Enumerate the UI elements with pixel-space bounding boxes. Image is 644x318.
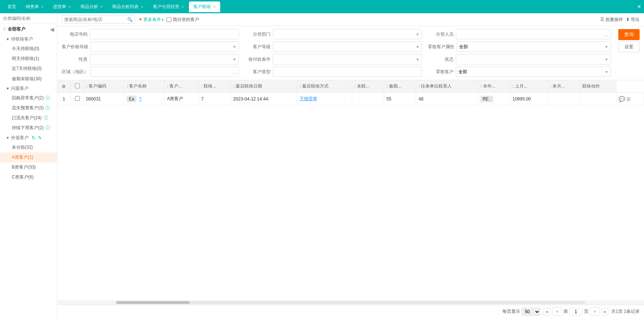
row-check[interactable] — [71, 93, 84, 105]
tab-purchase[interactable]: 进货单 × — [49, 1, 75, 12]
region-input[interactable]: … — [90, 67, 239, 77]
group-value-customer[interactable]: ▼ 价值客户 ↻ ✎ — [0, 133, 57, 142]
customer-level-select[interactable]: ▼ — [273, 42, 422, 52]
retail-attr-label: 零散客户属性 — [428, 44, 454, 50]
table-container: ⚙ : 客户编码 : 客户名称 : 客户... : 联络... : 最后联络日期… — [57, 80, 644, 300]
sidebar-item-abnormal-repurchase[interactable]: 回购异常客户(2) ⓘ — [0, 93, 57, 103]
main-layout: 🔍 ⠿ 全部客户 ◀ ▼ 待联络客户 今天待联络(0) 明天待联络(1) 近7天… — [0, 13, 644, 318]
customer-type-input[interactable] — [273, 67, 422, 77]
status-select[interactable]: ▼ — [456, 54, 611, 64]
col-gear[interactable]: ⚙ — [57, 80, 71, 93]
close-sales-icon[interactable]: × — [41, 4, 43, 9]
col-company-contact-label: 往来单位联系人 — [421, 84, 452, 89]
close-customer-segment-icon[interactable]: × — [182, 4, 184, 9]
scrollbar-thumb[interactable] — [116, 301, 190, 304]
group-value-label: 价值客户 — [11, 135, 29, 141]
filter-item-retail-customer: 零散客户 全部 ▼ — [428, 67, 611, 77]
payment-select[interactable]: ▼ — [273, 54, 422, 64]
sidebar-item-declining[interactable]: 持续下滑客户(2) ⓘ — [0, 123, 57, 133]
phone-input[interactable] — [90, 29, 239, 39]
row-overdue: 48 — [416, 93, 478, 105]
col-contact: : 联络... — [199, 80, 231, 93]
next-page-button[interactable]: ＞ — [590, 307, 600, 316]
query-button[interactable]: 查询 — [618, 29, 640, 40]
tab-customer-contact[interactable]: 客户联络 × — [189, 1, 220, 12]
retail-customer-select[interactable]: 全部 ▼ — [456, 67, 611, 77]
close-customer-contact-icon[interactable]: × — [213, 4, 215, 9]
sidebar-item-tomorrow[interactable]: 明天待联络(1) — [0, 54, 57, 64]
sidebar-item-churned[interactable]: 已流失客户(24) ⓘ — [0, 113, 57, 123]
sidebar-item-7days[interactable]: 近7天待联络(0) — [0, 64, 57, 74]
group-problem-customer[interactable]: ▼ 问题客户 — [0, 84, 57, 93]
settings-button[interactable]: 设置 — [618, 42, 640, 52]
filter-item-payment: 收付款条件 ▼ — [245, 54, 428, 64]
per-page-dropdown[interactable]: 50 100 200 — [522, 308, 540, 316]
more-filter-button[interactable]: ▼ 更多条件 ▾ — [138, 17, 164, 23]
chat-icon[interactable]: 💬 — [619, 96, 625, 102]
close-all-button[interactable]: × — [637, 3, 641, 11]
row-this-month — [580, 93, 616, 105]
sidebar-collapse-icon[interactable]: ◀ — [50, 26, 54, 32]
edit-icon[interactable]: ✎ — [38, 135, 42, 141]
customer-table: ⚙ : 客户编码 : 客户名称 : 客户... : 联络... : 最后联络日期… — [57, 80, 644, 105]
sidebar-item-today[interactable]: 今天待联络(0) — [0, 44, 57, 54]
tab-sales[interactable]: 销售单 × — [21, 1, 48, 12]
export-button[interactable]: ⬆ 导出 — [626, 17, 640, 23]
filter-icon: ▼ — [138, 17, 143, 22]
sidebar-item-ungroup[interactable]: 未分组(32) — [0, 142, 57, 152]
close-product-analysis-list-icon[interactable]: × — [141, 4, 143, 9]
refresh-icon[interactable]: ↻ — [32, 135, 36, 141]
group-pending-contact[interactable]: ▼ 待联络客户 — [0, 35, 57, 44]
price-level-select[interactable]: ▼ — [90, 42, 239, 52]
query-settings-area: 查询 设置 — [618, 29, 640, 52]
tab-home[interactable]: 首页 — [3, 1, 21, 12]
sidebar-item-b-class[interactable]: B类客户(33) — [0, 162, 57, 172]
sidebar-item-a-class[interactable]: A类客户(1) — [0, 152, 57, 162]
sidebar-item-c-class[interactable]: C类客户(6) — [0, 172, 57, 182]
col-name: : 客户名称 — [124, 80, 165, 93]
sidebar-item-overdue-contact[interactable]: 逾期未联络(30) — [0, 74, 57, 84]
last-method-link[interactable]: 下销货单 — [300, 96, 317, 101]
filter-row-4: 区域（地区） … 客户类型 — [62, 67, 611, 77]
manager-input[interactable]: … — [456, 29, 611, 39]
customer-segment-label: 客户分层经营 — [153, 4, 179, 10]
nature-select[interactable]: ▼ — [90, 54, 239, 64]
my-customer-checkbox[interactable] — [167, 17, 171, 22]
total-records: 共1页 1条记录 — [611, 308, 640, 315]
horizontal-scrollbar[interactable] — [57, 300, 644, 305]
col-last-method: : 最后联络方式 — [297, 80, 352, 93]
name-text[interactable]: ? — [139, 96, 142, 102]
row-uncontact — [352, 93, 384, 105]
close-purchase-icon[interactable]: × — [68, 4, 71, 9]
group-problem-label: 问题客户 — [11, 85, 29, 92]
close-product-analysis-icon[interactable]: × — [100, 4, 103, 9]
export-icon: ⬆ — [626, 17, 630, 22]
tab-product-analysis[interactable]: 商品分析 × — [76, 1, 107, 12]
col-check[interactable] — [71, 80, 84, 93]
grid-icon[interactable]: ⊞ — [626, 96, 631, 102]
filter-item-customer-level: 客户等级 ▼ — [245, 42, 428, 52]
sales-label: 销售单 — [26, 4, 39, 10]
row-last-month — [548, 93, 580, 105]
dept-label: 分管部门 — [245, 31, 271, 38]
select-all-checkbox[interactable] — [75, 84, 80, 88]
first-page-button[interactable]: « — [543, 308, 551, 315]
last-page-button[interactable]: » — [601, 308, 609, 315]
retail-attr-arrow-icon: ▼ — [605, 45, 608, 49]
sidebar-search-input[interactable] — [3, 16, 57, 21]
page-input[interactable] — [569, 308, 583, 315]
dept-select[interactable]: ▼ — [273, 29, 422, 39]
prev-page-button[interactable]: ＜ — [552, 307, 562, 316]
row-checkbox[interactable] — [75, 96, 80, 101]
filter-item-status: 状态 ▼ — [428, 54, 611, 64]
batch-op-button[interactable]: ☰ 批量操作 — [600, 17, 623, 23]
search-icon[interactable]: 🔍 — [127, 17, 133, 22]
row-actions: 💬 ⊞ — [616, 93, 644, 105]
search-input[interactable] — [64, 17, 126, 22]
retail-attr-select[interactable]: 全部 ▼ — [457, 42, 611, 52]
dots-icon: … — [603, 31, 608, 37]
tab-product-analysis-list[interactable]: 商品分析列表 × — [108, 1, 147, 12]
sidebar-item-churn-warning[interactable]: 流失预警客户(3) ⓘ — [0, 103, 57, 113]
retail-customer-arrow-icon: ▼ — [605, 70, 608, 74]
tab-customer-segment[interactable]: 客户分层经营 × — [149, 1, 188, 12]
